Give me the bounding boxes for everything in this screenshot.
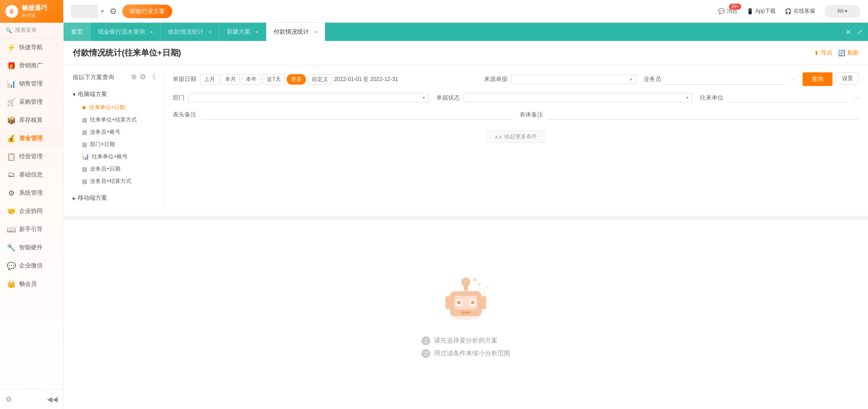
dept-select[interactable]: ▾	[188, 93, 429, 102]
sidebar-item-label: 快捷导航	[19, 43, 43, 51]
filter-main: 单据日期 上月 本月 本年 近7天 更多 自定义 2022-01-01 至 20…	[164, 72, 859, 208]
svg-point-5	[457, 301, 461, 304]
sidebar-item-wechat[interactable]: 💬 企业微信	[0, 257, 63, 275]
body-note-label: 表体备注	[519, 111, 543, 119]
logo-name: 畅捷通巧	[22, 4, 47, 12]
page-content: 付款情况统计(往来单位+日期) ⬆ 导出 🔄 刷新	[64, 41, 868, 409]
sidebar-item-label: 畅会员	[19, 280, 37, 288]
date-btn-this-year[interactable]: 本年	[242, 74, 261, 85]
body-note-input[interactable]	[547, 109, 859, 120]
basic-info-icon: 🗂	[7, 171, 15, 179]
tab-cash-bank[interactable]: 现金银行流水查询 ✕	[90, 23, 161, 41]
collapse-sidebar-btn[interactable]: ◀◀	[47, 395, 58, 404]
scheme-item-partner-account[interactable]: 📊 往来单位+账号	[73, 151, 156, 163]
sidebar-item-guide[interactable]: 📖 新手引导	[0, 220, 63, 238]
filter-item-body-note: 表体备注	[519, 109, 859, 120]
sidebar-item-quick-nav[interactable]: ⚡ 快捷导航	[0, 38, 63, 56]
add-scheme-btn[interactable]: ⊕	[131, 72, 137, 82]
filter-action-buttons: 查询 设置	[803, 72, 859, 86]
search-menu[interactable]: 🔍 搜索菜单	[0, 23, 63, 38]
sidebar-item-label: 企业协同	[19, 207, 43, 215]
sidebar-item-inventory[interactable]: 📦 库存核算	[0, 111, 63, 129]
message-action[interactable]: 💬 消息 99+	[718, 7, 738, 15]
expand-tabs-btn[interactable]: ⤢	[857, 28, 863, 36]
filter-item-staff: 业务员 ···	[644, 74, 796, 85]
source-chevron-icon: ▾	[630, 77, 632, 82]
tab-income-close[interactable]: ✕	[208, 30, 212, 35]
tab-home[interactable]: 首页	[64, 23, 90, 41]
mobile-scheme-title[interactable]: ▸ 移动端方案	[73, 191, 156, 205]
sidebar-item-operations[interactable]: 📋 经营管理	[0, 147, 63, 166]
source-label: 来源单据	[484, 75, 508, 83]
tip-num-1: 1	[421, 336, 430, 345]
staff-dots-btn[interactable]: ···	[790, 76, 795, 83]
source-select[interactable]: ▾	[511, 75, 636, 84]
sidebar-item-member[interactable]: 👑 畅会员	[0, 275, 63, 293]
content-divider	[64, 216, 868, 220]
date-btn-custom[interactable]: 自定义	[308, 74, 332, 85]
tip-num-2: 2	[421, 349, 430, 358]
desktop-scheme-title[interactable]: ▾ 电脑端方案	[73, 87, 156, 101]
tab-income-stats[interactable]: 收款情况统计 ✕	[161, 23, 219, 41]
tab-cash-bank-close[interactable]: ✕	[150, 30, 153, 35]
tab-payment-close[interactable]: ✕	[314, 30, 317, 35]
user-chevron-icon[interactable]: ▾	[101, 8, 104, 15]
desktop-scheme-section: ▾ 电脑端方案 ● 往来单位+日期 ▦ 往来单位+结算方式 ▦	[73, 87, 156, 187]
scheme-sidebar: 按以下方案查询 ⊕ ⚙ 《 ▾ 电脑端方案 ●	[73, 72, 164, 208]
sidebar-item-enterprise[interactable]: 🤝 企业协同	[0, 202, 63, 220]
chevron-right-icon: ▸	[73, 195, 76, 202]
scheme-item-dept-date[interactable]: ▦ 部门+日期	[73, 138, 156, 151]
refresh-label: 刷新	[847, 49, 859, 57]
scheme-item-label: 业务员+结算方式	[90, 177, 131, 185]
sidebar-item-marketing[interactable]: 🎁 营销推广	[0, 56, 63, 75]
settings-button[interactable]: 设置	[836, 72, 859, 85]
sidebar-item-hardware[interactable]: 🔧 智能硬件	[0, 238, 63, 257]
sidebar-item-finance[interactable]: 💰 资金管理	[0, 129, 63, 147]
date-btn-last-month[interactable]: 上月	[200, 74, 219, 85]
settings-scheme-btn[interactable]: ⚙	[140, 72, 146, 82]
tab-cash-bank-label: 现金银行流水查询	[98, 28, 145, 36]
sidebar-item-label: 营销推广	[19, 61, 43, 70]
query-button[interactable]: 查询	[803, 72, 833, 86]
app-download-action[interactable]: 📱 App下载	[747, 7, 776, 15]
partner-input[interactable]	[727, 92, 848, 103]
sidebar-item-purchase[interactable]: 🛒 采购管理	[0, 93, 63, 111]
export-button[interactable]: ⬆ 导出	[814, 49, 833, 57]
sidebar-item-sales[interactable]: 📊 销售管理	[0, 75, 63, 93]
scheme-actions: ⊕ ⚙ 《	[131, 72, 156, 82]
scheme-item-staff-account[interactable]: ▦ 业务员+账号	[73, 126, 156, 138]
topbar-actions: 💬 消息 99+ 📱 App下载 🎧 在线客服 Rit ▾	[718, 5, 861, 18]
staff-input[interactable]	[665, 74, 785, 85]
table-icon-2: ▦	[82, 129, 87, 136]
date-btn-more[interactable]: 更多	[287, 74, 306, 85]
refresh-button[interactable]: 🔄 刷新	[838, 49, 859, 57]
sidebar-item-basic-info[interactable]: 🗂 基础信息	[0, 166, 63, 184]
online-service-action[interactable]: 🎧 在线客服	[785, 7, 815, 15]
svg-point-15	[487, 286, 489, 288]
close-all-tabs-btn[interactable]: ✕	[845, 28, 851, 36]
status-select[interactable]: ▾	[464, 93, 693, 102]
collapse-conditions-btn[interactable]: ∧∧ 收起更多条件	[487, 131, 545, 143]
settings-footer-btn[interactable]: ⚙	[5, 395, 12, 404]
scheme-item-partner-date[interactable]: ● 往来单位+日期	[73, 101, 156, 114]
tab-payment-stats[interactable]: 付款情况统计 ✕	[266, 23, 325, 41]
topbar-user-profile[interactable]: Rit ▾	[824, 5, 861, 18]
svg-point-14	[473, 278, 477, 282]
trial-button[interactable]: 体验行业方案	[122, 5, 172, 18]
search-label: 搜索菜单	[15, 26, 37, 34]
date-btn-this-month[interactable]: 本月	[221, 74, 240, 85]
collapse-scheme-btn[interactable]: 《	[149, 72, 156, 82]
svg-rect-7	[461, 312, 470, 314]
settings-icon[interactable]: ⚙	[110, 6, 117, 16]
tab-new-scheme[interactable]: 新建方案 ✕	[219, 23, 266, 41]
scheme-item-staff-date[interactable]: ▦ 业务员+日期	[73, 163, 156, 175]
tab-new-scheme-close[interactable]: ✕	[255, 30, 259, 35]
scheme-item-partner-settle[interactable]: ▦ 往来单位+结算方式	[73, 114, 156, 126]
desktop-scheme-label: 电脑端方案	[78, 90, 107, 98]
date-btn-7days[interactable]: 近7天	[263, 74, 285, 85]
sidebar-item-system[interactable]: ⚙ 系统管理	[0, 184, 63, 202]
scheme-item-staff-settle[interactable]: ▦ 业务员+结算方式	[73, 175, 156, 187]
partner-dots-btn[interactable]: ···	[854, 94, 859, 101]
scheme-item-label: 往来单位+日期	[89, 104, 125, 111]
header-note-input[interactable]	[200, 109, 512, 120]
